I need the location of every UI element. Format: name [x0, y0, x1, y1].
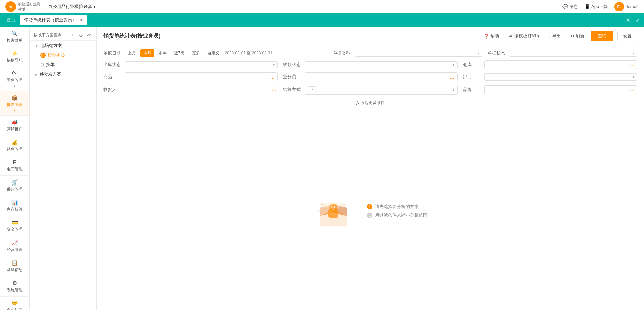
- sidebar-item-marketing[interactable]: 📣 营销推广: [0, 116, 29, 136]
- doc-type-select[interactable]: ▾: [355, 50, 483, 57]
- sidebar-item-shortcut[interactable]: ⚡ 快捷导航: [0, 47, 29, 67]
- sidebar-item-basic[interactable]: 📋 基础信息: [0, 256, 29, 276]
- filter-staff: 业务员 ...: [283, 72, 458, 81]
- payment-method-select[interactable]: × ▾: [305, 85, 458, 95]
- print-btn[interactable]: 🖨 按模板打印 ▾: [506, 32, 542, 40]
- consignee-input-area[interactable]: ...: [125, 86, 278, 94]
- tab-home[interactable]: 首页: [3, 15, 19, 25]
- sidebar-item-system[interactable]: ⚙ 系统管理: [0, 276, 29, 297]
- filter-out-status: 出库状态 ▾: [103, 61, 278, 68]
- content-area: 按以下方案查询 + ⊙ ≪ ▼ 电脑端方案 按 按业务员 ⊞ 按单: [30, 27, 644, 310]
- goods-ellipsis-btn[interactable]: ...: [270, 74, 275, 80]
- empty-content: 1 请先选择要分析的方案 2 用过滤条件来缩小分析范围: [313, 191, 427, 231]
- logo-area: 畅 畅捷通好生意 标版: [5, 1, 40, 12]
- staff-input-area[interactable]: ...: [305, 72, 458, 81]
- payment-status-arrow-icon: ▾: [453, 63, 454, 67]
- wholesale-icon: 📦: [11, 95, 18, 101]
- panel-settings-btn[interactable]: ⊙: [77, 32, 84, 38]
- print-dropdown-icon: ▾: [537, 34, 540, 39]
- brand-ellipsis-btn[interactable]: ...: [630, 87, 634, 92]
- marketing-icon: 📣: [11, 119, 18, 125]
- app-selector[interactable]: 办公用品行业模拟账套 ▾: [46, 2, 98, 11]
- panel-add-btn[interactable]: +: [69, 32, 76, 38]
- step2-num: 2: [367, 213, 372, 218]
- dept-arrow-icon: ▾: [633, 75, 634, 79]
- warehouse-input-area[interactable]: ...: [484, 60, 637, 69]
- page-title: 销货单统计表(按业务员): [103, 33, 161, 40]
- user-profile[interactable]: Ea demo2: [614, 2, 639, 11]
- warehouse-label: 仓库: [463, 62, 482, 68]
- tab-sales-stat[interactable]: 销货单统计表（按业务员） ×: [20, 15, 87, 25]
- sidebar-item-inventory[interactable]: 📊 库存核算: [0, 196, 29, 216]
- tree-label: 电脑端方案: [40, 43, 62, 49]
- tab-bar: 首页 销货单统计表（按业务员） × ✕ ⤢: [0, 13, 644, 27]
- export-btn[interactable]: ↓ 导出: [546, 32, 564, 40]
- consignee-input[interactable]: [126, 87, 272, 92]
- collapse-filters-btn[interactable]: ⋀ 收起更多条件: [103, 98, 637, 108]
- filter-doc-type: 单据类型 ▾: [333, 50, 483, 57]
- date-tab-more[interactable]: 更多: [189, 49, 203, 57]
- consignee-ellipsis-btn[interactable]: ...: [272, 87, 276, 92]
- date-tab-last-month[interactable]: 上月: [125, 49, 139, 57]
- sidebar-item-operation[interactable]: 📈 经营管理: [0, 236, 29, 256]
- payment-status-select[interactable]: ▾: [305, 61, 458, 68]
- message-icon: 💬: [562, 4, 568, 9]
- dept-select[interactable]: ▾: [484, 73, 637, 81]
- warehouse-ellipsis-btn[interactable]: ...: [630, 62, 634, 67]
- out-status-arrow-icon: ▾: [273, 63, 275, 67]
- sidebar-item-retail[interactable]: 🛍 零售管理 ▼: [0, 67, 29, 91]
- top-bar-right: 💬 消息 📱 App下载 Ea demo2: [562, 2, 639, 11]
- operation-icon: 📈: [11, 240, 18, 246]
- sidebar-item-search[interactable]: 🔍 搜索菜单: [0, 27, 29, 47]
- sidebar-item-wholesale[interactable]: 📦 批发管理 ▲: [0, 91, 29, 116]
- date-tab-this-month[interactable]: 本月: [140, 49, 154, 57]
- search-btn[interactable]: 查询: [591, 31, 613, 41]
- out-status-select[interactable]: ▾: [125, 61, 278, 68]
- sales-icon: 💰: [11, 139, 18, 146]
- panel-collapse-btn[interactable]: ≪: [86, 32, 92, 38]
- sidebar-item-finance[interactable]: 💳 资金管理: [0, 216, 29, 236]
- filter-payment-status: 收款状态 ▾: [283, 61, 458, 68]
- staff-ellipsis-btn[interactable]: ...: [450, 74, 454, 80]
- svg-point-13: [344, 203, 346, 204]
- date-tab-last-7[interactable]: 近7天: [171, 49, 187, 57]
- shortcut-icon: ⚡: [11, 50, 18, 57]
- empty-step-1: 1 请先选择要分析的方案: [367, 204, 427, 210]
- close-window-btn[interactable]: ✕: [625, 16, 632, 25]
- sidebar-item-sales[interactable]: 💰 销售管理: [0, 136, 29, 156]
- svg-point-12: [321, 203, 323, 205]
- ecommerce-icon: 🖥: [12, 159, 17, 165]
- filter-area: 单据日期 上月 本月 本年 近7天 更多 自定义 2023-03-01 至 20…: [97, 45, 644, 112]
- basic-icon: 📋: [11, 260, 18, 266]
- date-tab-this-year[interactable]: 本年: [156, 49, 170, 57]
- sidebar-item-enterprise[interactable]: 🤝 企业协同: [0, 297, 29, 310]
- brand-input-area[interactable]: ...: [484, 85, 637, 94]
- left-panel: 按以下方案查询 + ⊙ ≪ ▼ 电脑端方案 按 按业务员 ⊞ 按单: [30, 27, 97, 310]
- sidebar-item-ecommerce[interactable]: 🖥 电商管理: [0, 156, 29, 176]
- refresh-btn[interactable]: ↻ 刷新: [568, 32, 587, 40]
- download-icon: 📱: [585, 4, 590, 9]
- page-header: 销货单统计表(按业务员) ❓ 帮助 🖨 按模板打印 ▾ ↓ 导出: [97, 27, 644, 45]
- goods-input-area[interactable]: ...: [125, 72, 278, 81]
- tab-close-btn[interactable]: ×: [78, 18, 83, 22]
- expand-window-btn[interactable]: ⤢: [634, 16, 641, 25]
- brand-label: 品牌: [463, 87, 482, 93]
- doc-status-select[interactable]: ▾: [509, 50, 637, 57]
- date-tab-custom[interactable]: 自定义: [204, 49, 222, 57]
- settings-btn[interactable]: 设置: [617, 31, 637, 41]
- tree-child-by-staff[interactable]: 按 按业务员: [30, 51, 96, 60]
- sidebar-item-purchase[interactable]: 🛒 采购管理: [0, 176, 29, 196]
- tree-mobile[interactable]: ▶ 移动端方案: [30, 69, 96, 80]
- doc-status-label: 单据状态: [488, 50, 506, 56]
- message-btn[interactable]: 💬 消息: [562, 4, 578, 10]
- payment-tag-close-btn[interactable]: ×: [311, 87, 314, 92]
- svg-point-7: [329, 204, 337, 212]
- app-download-btn[interactable]: 📱 App下载: [585, 4, 608, 10]
- help-btn[interactable]: ❓ 帮助: [481, 32, 502, 40]
- main-layout: 🔍 搜索菜单 ⚡ 快捷导航 🛍 零售管理 ▼ 📦 批发管理 ▲ 📣 营销推广 💰…: [0, 27, 644, 310]
- tree-child-by-order[interactable]: ⊞ 按单: [30, 60, 96, 69]
- dropdown-arrow-icon: ▾: [93, 4, 96, 9]
- inventory-icon: 📊: [11, 199, 18, 206]
- tree-desktop[interactable]: ▼ 电脑端方案: [30, 41, 96, 51]
- payment-method-tag: ×: [308, 86, 316, 93]
